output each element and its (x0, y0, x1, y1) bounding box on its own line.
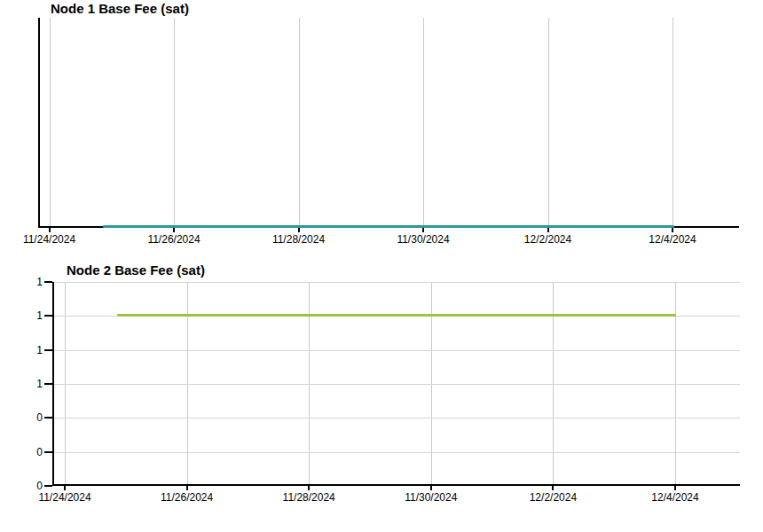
plot-area-node2: 11/24/202411/26/202411/28/202411/30/2024… (52, 282, 740, 486)
y-gridline (52, 350, 740, 351)
x-tick-mark (422, 228, 424, 232)
chart-node1-base-fee: Node 1 Base Fee (sat) 11/24/202411/26/20… (0, 0, 763, 257)
y-gridline (52, 418, 740, 419)
x-gridline (174, 18, 175, 228)
x-tick-label: 12/2/2024 (524, 233, 571, 246)
y-tick-label: 1 (36, 309, 43, 323)
x-gridline (50, 18, 51, 228)
y-tick-mark (44, 383, 52, 385)
x-tick-label: 12/4/2024 (649, 233, 696, 246)
x-tick-label: 11/26/2024 (147, 233, 200, 246)
x-tick-label: 11/28/2024 (283, 491, 335, 504)
y-tick-label: 1 (36, 343, 43, 357)
y-gridline (52, 384, 740, 385)
y-tick-label: 1 (36, 377, 43, 391)
y-tick-label: 0 (36, 479, 43, 493)
series-line-node2-base-fee (117, 314, 676, 317)
x-tick-mark (173, 228, 175, 232)
x-tick-mark (308, 486, 310, 490)
x-tick-label: 11/30/2024 (405, 491, 457, 504)
chart-node2-base-fee: Node 2 Base Fee (sat) 11/24/202411/26/20… (0, 257, 763, 532)
y-tick-label: 0 (36, 445, 43, 459)
y-tick-mark (44, 485, 52, 487)
x-tick-label: 11/24/2024 (38, 491, 90, 504)
x-gridline (673, 18, 673, 228)
x-tick-label: 12/4/2024 (651, 491, 698, 504)
x-tick-mark (547, 228, 549, 232)
x-gridline (423, 18, 424, 228)
y-tick-mark (44, 281, 52, 283)
x-gridline (548, 18, 549, 228)
x-tick-mark (674, 486, 676, 490)
y-axis-line (52, 282, 54, 486)
x-tick-mark (430, 486, 432, 490)
x-tick-label: 11/28/2024 (272, 233, 325, 246)
chart-title-node1: Node 1 Base Fee (sat) (51, 1, 189, 16)
y-axis-line (38, 18, 40, 228)
x-tick-label: 12/2/2024 (530, 491, 577, 504)
y-tick-mark (44, 417, 52, 419)
y-gridline (52, 282, 740, 283)
y-tick-mark (44, 315, 52, 317)
x-tick-label: 11/30/2024 (397, 233, 449, 246)
x-gridline (299, 18, 300, 228)
y-tick-mark (44, 349, 52, 351)
x-tick-mark (49, 228, 51, 232)
y-tick-mark (44, 451, 52, 453)
y-tick-label: 1 (36, 275, 43, 289)
x-tick-label: 11/24/2024 (23, 233, 75, 246)
y-tick-label: 0 (36, 411, 43, 425)
x-tick-label: 11/26/2024 (161, 491, 213, 504)
x-tick-mark (186, 486, 188, 490)
x-tick-mark (672, 228, 673, 232)
chart-title-node2: Node 2 Base Fee (sat) (67, 262, 205, 278)
x-tick-mark (64, 486, 66, 490)
plot-area-node1: 11/24/202411/26/202411/28/202411/30/2024… (38, 18, 739, 228)
x-axis-line (52, 484, 740, 486)
x-tick-mark (552, 486, 554, 490)
y-gridline (52, 452, 740, 453)
x-tick-mark (298, 228, 300, 232)
series-line-node1-base-fee (103, 225, 674, 228)
